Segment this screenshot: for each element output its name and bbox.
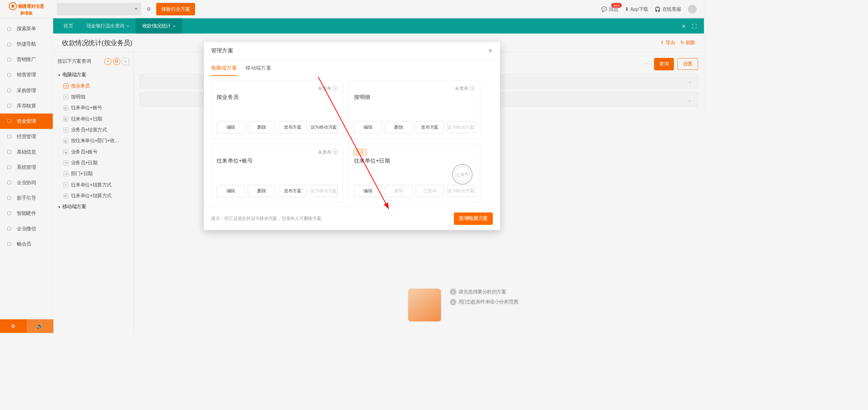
- card-title: 按明细: [354, 94, 475, 116]
- card-edit-button[interactable]: 编辑: [354, 121, 382, 133]
- close-icon[interactable]: ✕: [488, 47, 493, 54]
- card-pub-button[interactable]: 发布方案: [416, 121, 444, 133]
- card-pub-button[interactable]: 发布方案: [278, 121, 307, 133]
- scheme-card: 未发布?按明细编辑删除发布方案设为移动方案: [348, 80, 480, 139]
- help-icon[interactable]: ?: [333, 149, 338, 154]
- help-icon[interactable]: ?: [333, 86, 338, 91]
- card-edit-button[interactable]: 编辑: [217, 121, 245, 133]
- dialog-tip: 提示：仅汇总表支持设为移动方案，仅发布人可删除方案。: [211, 215, 326, 222]
- scheme-card: 公共往来单位+日期已发布编辑删除已发布设为移动方案: [348, 144, 480, 203]
- card-del-button: 删除: [385, 185, 413, 197]
- help-icon[interactable]: ?: [470, 86, 475, 91]
- tab-mobile-scheme[interactable]: 移动端方案: [245, 65, 271, 76]
- scheme-card: 未发布?按业务员编辑删除发布方案设为移动方案: [211, 80, 343, 139]
- public-tag: 公共: [354, 149, 367, 155]
- add-pc-scheme-button[interactable]: 新增电脑方案: [454, 212, 493, 225]
- card-del-button[interactable]: 删除: [248, 121, 276, 133]
- card-del-button[interactable]: 删除: [248, 185, 276, 197]
- card-mobile-button: 设为移动方案: [447, 121, 475, 133]
- dialog-title: 管理方案: [211, 47, 233, 54]
- card-pubbed-button: 已发布: [416, 185, 444, 197]
- modal-overlay: 管理方案 ✕ 电脑端方案 移动端方案 未发布?按业务员编辑删除发布方案设为移动方…: [0, 0, 704, 332]
- card-title: 往来单位+账号: [217, 158, 338, 180]
- card-mobile-button: 设为移动方案: [310, 185, 338, 197]
- card-title: 按业务员: [217, 94, 338, 116]
- manage-scheme-dialog: 管理方案 ✕ 电脑端方案 移动端方案 未发布?按业务员编辑删除发布方案设为移动方…: [204, 42, 500, 230]
- card-mobile-button[interactable]: 设为移动方案: [310, 121, 338, 133]
- tab-pc-scheme[interactable]: 电脑端方案: [211, 65, 237, 76]
- status-label: 未发布: [455, 85, 468, 92]
- status-label: 未发布: [318, 149, 331, 155]
- card-mobile-button: 设为移动方案: [447, 185, 475, 197]
- card-edit-button[interactable]: 编辑: [354, 185, 382, 197]
- status-label: 未发布: [318, 85, 331, 92]
- card-del-button[interactable]: 删除: [385, 121, 413, 133]
- card-edit-button[interactable]: 编辑: [217, 185, 245, 197]
- card-pub-button[interactable]: 发布方案: [278, 185, 307, 197]
- scheme-card: 未发布?往来单位+账号编辑删除发布方案设为移动方案: [211, 144, 343, 203]
